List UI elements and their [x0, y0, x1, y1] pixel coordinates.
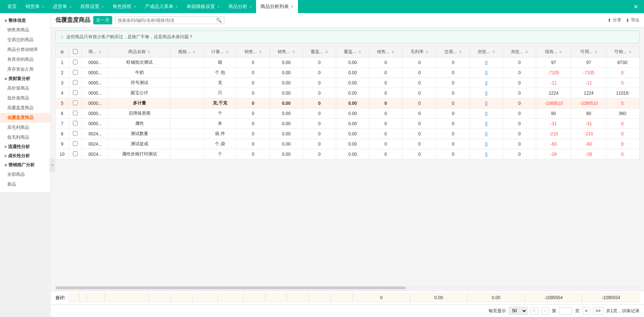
row-browse1[interactable]: 0	[470, 98, 503, 108]
select-all-checkbox[interactable]	[73, 49, 78, 54]
next-page-button[interactable]: >	[582, 307, 590, 314]
sidebar-item-低覆盖度商品[interactable]: 低覆盖度商品	[0, 113, 51, 123]
column-header-10[interactable]: 销售... ⇅	[369, 47, 402, 58]
share-button[interactable]: ⬆ 分享	[608, 17, 621, 23]
first-page-button[interactable]: K	[530, 307, 538, 314]
column-header-2[interactable]: 商... ⇅	[82, 47, 109, 58]
sidebar-item-高覆盖度商品[interactable]: 高覆盖度商品	[0, 103, 51, 113]
export-button[interactable]: ⬇ 导出	[626, 17, 640, 23]
search-input[interactable]	[118, 18, 216, 23]
nav-tab-权限设置[interactable]: 权限设置×	[76, 0, 108, 13]
column-header-17[interactable]: 可销... ⇅	[606, 47, 639, 58]
sidebar-section-类财富分析[interactable]: ∨类财富分析	[0, 74, 51, 83]
sidebar-item-高毛利商品[interactable]: 高毛利商品	[0, 123, 51, 132]
column-header-12[interactable]: 交易... ⇅	[437, 47, 470, 58]
row-select-checkbox[interactable]	[73, 60, 78, 64]
column-header-13[interactable]: 浏览... ⇅	[470, 47, 503, 58]
nav-tab-销货单[interactable]: 销货单×	[21, 0, 48, 13]
row-checkbox[interactable]	[69, 139, 82, 149]
browse-link[interactable]: 0	[485, 111, 488, 116]
column-header-7[interactable]: 销售... ⇅	[270, 47, 303, 58]
row-checkbox[interactable]	[69, 88, 82, 98]
sidebar-section-成长性分析[interactable]: >成长性分析	[0, 151, 51, 161]
sidebar-item-商品分类动销率[interactable]: 商品分类动销率	[0, 45, 51, 55]
sidebar-item-交易过的商品[interactable]: 交易过的商品	[0, 35, 51, 45]
browse-link[interactable]: 0	[485, 152, 488, 157]
column-header-6[interactable]: 销售... ⇅	[236, 47, 270, 58]
tab-close-icon[interactable]: ×	[102, 4, 104, 9]
row-browse1[interactable]: 0	[470, 139, 503, 149]
row-select-checkbox[interactable]	[73, 151, 78, 156]
column-header-9[interactable]: 覆盖... ⇅	[336, 47, 369, 58]
sidebar-item-高价值商品[interactable]: 高价值商品	[0, 83, 51, 93]
nav-tab-商品分析[interactable]: 商品分析×	[224, 0, 256, 13]
sidebar-item-低毛利商品[interactable]: 低毛利商品	[0, 132, 51, 142]
row-browse1[interactable]: 0	[470, 58, 503, 68]
column-header-15[interactable]: 现有... ⇅	[536, 47, 571, 58]
row-browse1[interactable]: 0	[470, 119, 503, 129]
row-checkbox[interactable]	[69, 108, 82, 119]
column-header-3[interactable]: 商品名称 ⇅	[109, 47, 170, 58]
row-checkbox[interactable]	[69, 119, 82, 129]
row-browse1[interactable]: 0	[470, 149, 503, 159]
row-checkbox[interactable]	[69, 129, 82, 139]
row-select-checkbox[interactable]	[73, 100, 78, 105]
sidebar-item-有库存的商品[interactable]: 有库存的商品	[0, 55, 51, 64]
nav-tab-单据模板设置[interactable]: 单据模板设置×	[182, 0, 224, 13]
browse-link[interactable]: 0	[485, 70, 488, 75]
row-browse1[interactable]: 0	[470, 68, 503, 78]
row-checkbox[interactable]	[69, 78, 82, 88]
column-header-8[interactable]: 覆盖... ⇅	[303, 47, 336, 58]
browse-link[interactable]: 0	[485, 91, 488, 96]
row-select-checkbox[interactable]	[73, 111, 78, 115]
sidebar-item-低价值商品[interactable]: 低价值商品	[0, 93, 51, 103]
sidebar-item-库存资金占用[interactable]: 库存资金占用	[0, 64, 51, 74]
row-select-checkbox[interactable]	[73, 90, 78, 95]
sidebar-item-销售类商品[interactable]: 销售类商品	[0, 25, 51, 35]
sidebar-item-全部商品[interactable]: 全部商品	[0, 170, 51, 179]
current-page-input[interactable]: 1	[559, 307, 572, 314]
row-browse1[interactable]: 0	[470, 78, 503, 88]
column-header-4[interactable]: 规格... ⇅	[170, 47, 203, 58]
row-checkbox[interactable]	[69, 68, 82, 78]
nav-tab-进货单[interactable]: 进货单×	[48, 0, 76, 13]
row-select-checkbox[interactable]	[73, 141, 78, 146]
browse-link[interactable]: 0	[485, 80, 488, 86]
tab-close-icon[interactable]: ×	[69, 4, 71, 9]
horizontal-scrollbar[interactable]	[55, 286, 640, 289]
row-browse1[interactable]: 0	[470, 108, 503, 119]
window-close-button[interactable]: ✕	[631, 3, 641, 10]
browse-link[interactable]: 0	[485, 121, 488, 126]
per-page-select[interactable]: 2050100	[509, 307, 527, 315]
sidebar-item-新品[interactable]: 新品	[0, 179, 51, 189]
nav-tab-角色授权[interactable]: 角色授权×	[108, 0, 140, 13]
column-header-14[interactable]: 浏览... ⇅	[503, 47, 536, 58]
row-select-checkbox[interactable]	[73, 80, 78, 85]
row-browse1[interactable]: 0	[470, 129, 503, 139]
tab-close-icon[interactable]: ×	[291, 4, 293, 9]
nav-tab-产成品入库单[interactable]: 产成品入库单×	[141, 0, 182, 13]
browse-link[interactable]: 0	[485, 131, 488, 136]
tab-close-icon[interactable]: ×	[176, 4, 178, 9]
tab-close-icon[interactable]: ×	[217, 4, 219, 9]
nav-tab-首页[interactable]: 首页	[3, 0, 21, 13]
row-select-checkbox[interactable]	[73, 121, 78, 126]
row-checkbox[interactable]	[69, 149, 82, 159]
sidebar-section-整体信息[interactable]: ∨整体信息	[0, 16, 51, 25]
browse-link[interactable]: 0	[485, 142, 488, 147]
column-header-16[interactable]: 可用... ⇅	[571, 47, 606, 58]
tab-close-icon[interactable]: ×	[134, 4, 136, 9]
tab-close-icon[interactable]: ×	[250, 4, 252, 9]
time-filter-button[interactable]: 近一月	[93, 16, 112, 24]
column-header-11[interactable]: 毛利率 ⇅	[402, 47, 436, 58]
last-page-button[interactable]: >>	[593, 307, 603, 314]
sidebar-section-营销推广分析[interactable]: ∨营销推广分析	[0, 161, 51, 170]
nav-tab-商品分析列表[interactable]: 商品分析列表×	[256, 0, 298, 13]
sidebar-collapse-button[interactable]: «	[50, 158, 55, 173]
browse-link[interactable]: 0	[485, 101, 488, 106]
sidebar-section-流通性分析[interactable]: >流通性分析	[0, 142, 51, 151]
row-select-checkbox[interactable]	[73, 131, 78, 136]
column-header-5[interactable]: 计量... ⇅	[203, 47, 236, 58]
row-checkbox[interactable]	[69, 58, 82, 68]
row-checkbox[interactable]	[69, 98, 82, 108]
